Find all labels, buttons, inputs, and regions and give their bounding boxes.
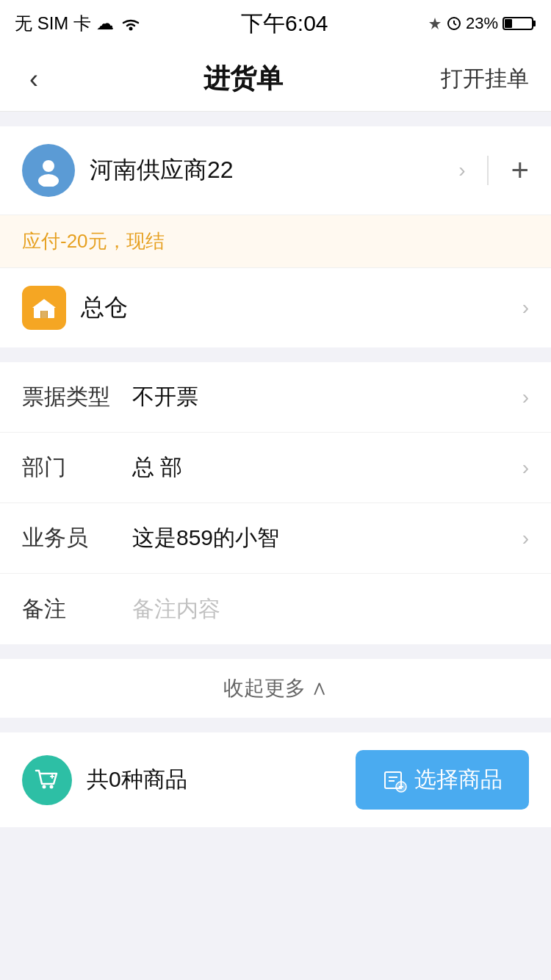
status-left: 无 SIM 卡 ☁	[15, 12, 142, 35]
invoice-arrow-icon: ›	[522, 386, 529, 409]
clock-icon	[447, 16, 461, 31]
warehouse-name: 总仓	[81, 292, 522, 324]
svg-point-14	[43, 785, 46, 788]
user-avatar-icon	[32, 154, 65, 187]
supplier-divider	[487, 156, 489, 185]
supplier-row[interactable]: 河南供应商22 › +	[0, 126, 551, 215]
warehouse-icon	[31, 295, 57, 321]
form-row-invoice[interactable]: 票据类型 不开票 ›	[0, 362, 551, 433]
svg-point-15	[50, 785, 54, 788]
status-right: 23%	[428, 14, 536, 33]
back-button[interactable]: ‹	[22, 57, 46, 102]
status-bar: 无 SIM 卡 ☁ 下午6:04 23%	[0, 0, 551, 47]
select-product-button[interactable]: 选择商品	[356, 750, 529, 810]
section-gap-1	[0, 112, 551, 126]
warehouse-arrow-icon: ›	[522, 296, 529, 320]
form-row-department[interactable]: 部门 总 部 ›	[0, 433, 551, 503]
department-arrow-icon: ›	[522, 456, 529, 480]
shopping-cart-icon	[33, 766, 61, 794]
select-product-icon	[382, 768, 407, 793]
warehouse-icon-wrap	[22, 286, 66, 330]
svg-line-3	[454, 24, 456, 25]
supplier-avatar	[22, 144, 75, 197]
product-count: 共0种商品	[87, 765, 341, 795]
svg-point-0	[129, 27, 132, 31]
cart-icon-wrap	[22, 755, 72, 805]
alert-text: 应付-20元，现结	[22, 230, 165, 252]
supplier-name: 河南供应商22	[90, 154, 458, 187]
supplier-arrow-icon: ›	[458, 159, 465, 182]
sim-text: 无 SIM 卡 ☁	[15, 12, 114, 35]
svg-marker-10	[32, 299, 56, 308]
form-row-remark[interactable]: 备注 备注内容	[0, 574, 551, 644]
add-button[interactable]: +	[511, 155, 529, 186]
department-value: 总 部	[125, 453, 522, 483]
invoice-value: 不开票	[125, 382, 522, 412]
svg-rect-5	[505, 19, 512, 28]
location-icon	[428, 16, 442, 31]
invoice-label: 票据类型	[22, 382, 125, 412]
bottom-section: 共0种商品 选择商品	[0, 732, 551, 827]
status-time: 下午6:04	[241, 9, 328, 39]
warehouse-row[interactable]: 总仓 ›	[0, 267, 551, 347]
salesperson-label: 业务员	[22, 523, 125, 553]
department-label: 部门	[22, 453, 125, 483]
remark-value[interactable]: 备注内容	[125, 594, 529, 624]
remark-label: 备注	[22, 594, 125, 624]
battery-text: 23%	[466, 14, 498, 33]
wifi-icon	[120, 15, 142, 32]
svg-rect-13	[41, 311, 47, 318]
content-area	[0, 827, 551, 980]
nav-bar: ‹ 进货单 打开挂单	[0, 47, 551, 112]
supplier-card: 河南供应商22 › + 应付-20元，现结 总仓 ›	[0, 126, 551, 347]
collapse-text: 收起更多 ∧	[223, 674, 328, 702]
select-product-label: 选择商品	[414, 765, 503, 795]
svg-point-8	[38, 174, 59, 187]
collapse-row[interactable]: 收起更多 ∧	[0, 659, 551, 718]
battery-icon	[503, 15, 536, 32]
svg-point-7	[43, 160, 54, 172]
form-row-salesperson[interactable]: 业务员 这是859的小智 ›	[0, 503, 551, 574]
open-pending-button[interactable]: 打开挂单	[441, 64, 529, 94]
svg-rect-6	[533, 21, 536, 26]
alert-row: 应付-20元，现结	[0, 215, 551, 267]
salesperson-value: 这是859的小智	[125, 523, 522, 553]
form-section: 票据类型 不开票 › 部门 总 部 › 业务员 这是859的小智 › 备注 备注…	[0, 362, 551, 644]
page-title: 进货单	[204, 61, 283, 97]
salesperson-arrow-icon: ›	[522, 527, 529, 550]
